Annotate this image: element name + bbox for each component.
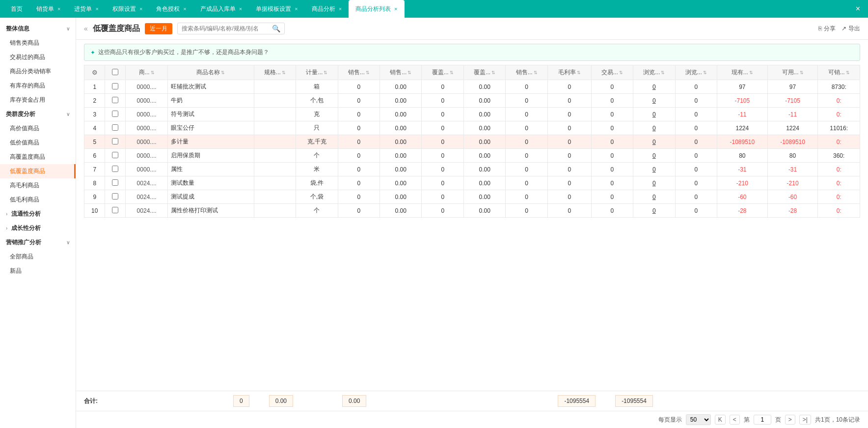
row-view1[interactable]: 0 [633, 108, 675, 121]
sidebar-item-stocked[interactable]: 有库存的商品 [0, 79, 76, 93]
search-icon[interactable]: 🔍 [272, 25, 280, 32]
page-number-input[interactable] [754, 415, 771, 425]
nav-purchase[interactable]: 进货单 × [67, 0, 105, 18]
sidebar-item-sales-goods[interactable]: 销售类商品 [0, 36, 76, 50]
sidebar-collapse-button[interactable]: « [84, 25, 88, 32]
row-select-checkbox[interactable] [112, 83, 118, 89]
nav-permissions-close[interactable]: × [139, 6, 142, 12]
sidebar-item-traded[interactable]: 交易过的商品 [0, 50, 76, 64]
sidebar-section-marketing[interactable]: 营销推广分析 ∨ [0, 235, 76, 250]
first-page-button[interactable]: K [715, 415, 726, 425]
row-name[interactable]: 属性 [167, 163, 254, 176]
sidebar-item-low-margin[interactable]: 低毛利商品 [0, 193, 76, 207]
row-select-checkbox[interactable] [112, 97, 118, 103]
row-view1[interactable]: 0 [633, 80, 675, 94]
row-name[interactable]: 眼宝公仔 [167, 121, 254, 135]
view1-link[interactable]: 0 [652, 125, 656, 132]
row-checkbox[interactable] [105, 121, 126, 135]
nav-sales[interactable]: 销货单 × [29, 0, 67, 18]
row-view1[interactable]: 0 [633, 176, 675, 190]
page-size-select[interactable]: 50 100 200 [686, 414, 711, 425]
sidebar-item-high-coverage[interactable]: 高覆盖度商品 [0, 150, 76, 164]
next-page-button[interactable]: > [785, 415, 795, 425]
row-view1[interactable]: 0 [633, 190, 675, 204]
row-checkbox[interactable] [105, 204, 126, 218]
row-select-checkbox[interactable] [112, 179, 118, 186]
window-close-button[interactable]: × [852, 4, 864, 13]
view1-link[interactable]: 0 [652, 139, 656, 145]
sidebar-item-all-goods[interactable]: 全部商品 [0, 250, 76, 264]
sidebar-section-growth[interactable]: › 成长性分析 [0, 221, 76, 235]
sidebar-item-low-coverage[interactable]: 低覆盖度商品 [0, 164, 76, 178]
row-select-checkbox[interactable] [112, 138, 118, 144]
sidebar-section-liquidity[interactable]: › 流通性分析 [0, 207, 76, 221]
row-select-checkbox[interactable] [112, 207, 118, 213]
row-select-checkbox[interactable] [112, 124, 118, 131]
row-name[interactable]: 旺辅批次测试 [167, 80, 254, 94]
select-all-checkbox[interactable] [112, 69, 118, 75]
view1-link[interactable]: 0 [652, 152, 656, 159]
view1-link[interactable]: 0 [652, 97, 656, 104]
last-page-button[interactable]: >| [799, 415, 811, 425]
row-checkbox[interactable] [105, 94, 126, 108]
sidebar-section-overall[interactable]: 整体信息 ∨ [0, 22, 76, 36]
nav-templates-close[interactable]: × [295, 6, 298, 12]
settings-icon[interactable]: ⚙ [92, 69, 98, 76]
nav-products-close[interactable]: × [239, 6, 242, 12]
col-settings[interactable]: ⚙ [84, 65, 105, 80]
view1-link[interactable]: 0 [652, 207, 656, 214]
row-view1[interactable]: 0 [633, 149, 675, 163]
sidebar-item-high-margin[interactable]: 高毛利商品 [0, 178, 76, 193]
row-view1[interactable]: 0 [633, 121, 675, 135]
nav-analysis-list-close[interactable]: × [394, 6, 397, 12]
row-name[interactable]: 多计量 [167, 135, 254, 149]
nav-sales-close[interactable]: × [57, 6, 60, 12]
view1-link[interactable]: 0 [652, 111, 656, 118]
time-filter-button[interactable]: 近一月 [145, 23, 172, 34]
sidebar-item-high-value[interactable]: 高价值商品 [0, 121, 76, 136]
row-checkbox[interactable] [105, 108, 126, 121]
row-name[interactable]: 启用保质期 [167, 149, 254, 163]
nav-roles-close[interactable]: × [183, 6, 186, 12]
export-button[interactable]: ↗ 导出 [841, 25, 860, 33]
row-checkbox[interactable] [105, 135, 126, 149]
sidebar-section-cluster[interactable]: 类群度分析 ∨ [0, 107, 76, 121]
row-select-checkbox[interactable] [112, 111, 118, 117]
sidebar-item-new-goods[interactable]: 新品 [0, 264, 76, 278]
nav-purchase-close[interactable]: × [95, 6, 98, 12]
prev-page-button[interactable]: < [730, 415, 740, 425]
nav-analysis-close[interactable]: × [339, 6, 342, 12]
view1-link[interactable]: 0 [652, 84, 656, 90]
sidebar-item-category-rate[interactable]: 商品分类动销率 [0, 64, 76, 79]
row-checkbox[interactable] [105, 149, 126, 163]
nav-products[interactable]: 产成品入库单 × [193, 0, 249, 18]
nav-permissions[interactable]: 权限设置 × [106, 0, 149, 18]
row-view1[interactable]: 0 [633, 135, 675, 149]
sidebar-item-low-value[interactable]: 低价值商品 [0, 136, 76, 150]
nav-home[interactable]: 首页 [4, 0, 29, 18]
view1-link[interactable]: 0 [652, 180, 656, 187]
row-name[interactable]: 测试提成 [167, 190, 254, 204]
search-input[interactable] [182, 25, 270, 32]
row-name[interactable]: 测试数量 [167, 176, 254, 190]
nav-analysis-list[interactable]: 商品分析列表 × [349, 0, 404, 18]
row-select-checkbox[interactable] [112, 166, 118, 172]
row-view1[interactable]: 0 [633, 163, 675, 176]
view1-link[interactable]: 0 [652, 166, 656, 173]
sidebar-item-capital[interactable]: 库存资金占用 [0, 93, 76, 107]
nav-roles[interactable]: 角色授权 × [149, 0, 193, 18]
row-select-checkbox[interactable] [112, 193, 118, 200]
row-view1[interactable]: 0 [633, 204, 675, 218]
nav-analysis[interactable]: 商品分析 × [305, 0, 349, 18]
row-checkbox[interactable] [105, 176, 126, 190]
row-name[interactable]: 属性价格打印测试 [167, 204, 254, 218]
row-checkbox[interactable] [105, 163, 126, 176]
row-checkbox[interactable] [105, 190, 126, 204]
row-checkbox[interactable] [105, 80, 126, 94]
row-select-checkbox[interactable] [112, 152, 118, 158]
row-name[interactable]: 符号测试 [167, 108, 254, 121]
nav-templates[interactable]: 单据模板设置 × [249, 0, 304, 18]
row-name[interactable]: 牛奶 [167, 94, 254, 108]
view1-link[interactable]: 0 [652, 194, 656, 200]
row-view1[interactable]: 0 [633, 94, 675, 108]
